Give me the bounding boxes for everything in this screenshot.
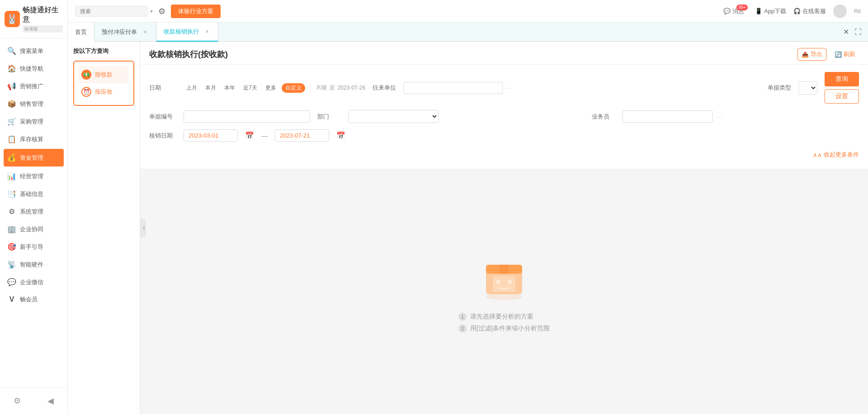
staff-ellipsis[interactable]: ··· — [717, 113, 722, 120]
sidebar-label-basic: 基础信息 — [20, 190, 43, 198]
service-icon: 🎧 — [793, 8, 801, 14]
panel-toggle-button[interactable]: 《 — [140, 219, 146, 237]
last-month-btn[interactable]: 上月 — [184, 83, 200, 93]
this-year-btn[interactable]: 本年 — [222, 83, 238, 93]
filter-area: 日期 上月 本月 本年 近7天 更多 自定义 不限 至 2023-07-26 — [140, 65, 868, 169]
sidebar-label-inventory: 库存核算 — [20, 135, 43, 143]
home-tab-label: 首页 — [75, 28, 87, 36]
write-off-date-label: 核销日期 — [149, 132, 176, 140]
sidebar-label-member: 畅会员 — [20, 295, 38, 304]
query-button[interactable]: 查询 — [825, 72, 859, 86]
sidebar-item-finance[interactable]: 💰 资金管理 — [4, 149, 64, 167]
prepay-tab-label: 预付冲应付单 — [102, 28, 137, 36]
sidebar-item-hardware[interactable]: 📡 智能硬件 — [0, 256, 67, 273]
sidebar-item-quicknav[interactable]: 🏠 快捷导航 — [0, 60, 67, 77]
prepay-tab-close[interactable]: × — [142, 29, 149, 36]
sidebar-item-member[interactable]: V 畅会员 — [0, 291, 67, 308]
search-input[interactable] — [75, 6, 147, 17]
online-service-label: 在线客服 — [802, 7, 826, 15]
tab-prepay[interactable]: 预付冲应付单 × — [94, 23, 156, 42]
online-service-button[interactable]: 🎧 在线客服 — [793, 7, 826, 15]
staff-input[interactable] — [623, 110, 713, 123]
empty-hints: 1 请先选择要分析的方案 2 用[过滤]条件来缩小分析范围 — [458, 313, 550, 333]
write-off-start-input[interactable] — [184, 129, 238, 142]
sidebar-label-purchase: 采购管理 — [20, 118, 43, 126]
start-calendar-icon[interactable]: 📅 — [245, 131, 254, 140]
sidebar-item-purchase[interactable]: 🛒 采购管理 — [0, 113, 67, 130]
hint-text-2: 用[过滤]条件来缩小分析范围 — [470, 324, 550, 333]
query-item-by-receipt[interactable]: 💵 按收款 — [79, 66, 129, 83]
export-label: 导出 — [811, 50, 822, 58]
sidebar: 🐰 畅捷通好生意 标准版 🔍 搜索菜单 🏠 快捷导航 📢 营销推广 📦 销售管理… — [0, 0, 68, 414]
partner-ellipsis[interactable]: ··· — [506, 84, 512, 91]
sidebar-item-marketing[interactable]: 📢 营销推广 — [0, 77, 67, 95]
tab-receipt[interactable]: 收款核销执行 × — [156, 23, 218, 42]
refresh-icon: 🔄 — [835, 51, 842, 58]
doc-type-select[interactable] — [798, 81, 817, 95]
user-avatar[interactable] — [833, 5, 847, 18]
sidebar-label-hardware: 智能硬件 — [20, 261, 43, 269]
basic-icon: 📑 — [7, 190, 16, 198]
sidebar-label-guide: 新手引导 — [20, 243, 43, 251]
hint-num-2: 2 — [458, 324, 467, 333]
doc-type-label: 单据类型 — [768, 84, 795, 92]
main-content: 收款核销执行(按收款) 📤 导出 🔄 刷新 日期 — [140, 42, 868, 414]
query-action-buttons: 查询 设置 — [825, 72, 859, 104]
end-calendar-icon[interactable]: 📅 — [336, 131, 345, 140]
query-item-by-receivable[interactable]: ⏰ 按应收 — [79, 83, 129, 100]
last-7-days-btn[interactable]: 近7天 — [241, 83, 260, 93]
empty-hint-2: 2 用[过滤]条件来缩小分析范围 — [458, 324, 550, 333]
message-button[interactable]: 💬 消息 99+ — [723, 7, 744, 15]
sidebar-item-sales[interactable]: 📦 销售管理 — [0, 95, 67, 113]
maximize-tab-button[interactable]: ⛶ — [853, 26, 863, 38]
more-date-btn[interactable]: 更多 — [263, 83, 279, 93]
partner-label: 往来单位 — [373, 84, 400, 92]
sidebar-item-basic[interactable]: 📑 基础信息 — [0, 185, 67, 203]
page-actions: 📤 导出 🔄 刷新 — [797, 48, 859, 61]
dept-select[interactable] — [348, 110, 439, 123]
receivable-query-icon: ⏰ — [81, 87, 91, 97]
close-tab-button[interactable]: ✕ — [841, 26, 851, 38]
content-area: 按以下方查询 💵 按收款 ⏰ 按应收 《 收款核销执行(按收款) — [68, 42, 868, 414]
industry-solution-button[interactable]: 体验行业方案 — [171, 5, 221, 18]
tab-home[interactable]: 首页 — [68, 23, 94, 42]
this-month-btn[interactable]: 本月 — [203, 83, 219, 93]
svg-rect-6 — [500, 265, 509, 274]
custom-date-btn[interactable]: 自定义 — [282, 83, 305, 93]
partner-input[interactable] — [403, 82, 503, 94]
sidebar-label-marketing: 营销推广 — [20, 82, 43, 90]
query-box: 💵 按收款 ⏰ 按应收 — [73, 61, 134, 106]
sidebar-label-quicknav: 快捷导航 — [20, 65, 43, 73]
gear-button[interactable]: ⚙ — [158, 6, 165, 16]
sidebar-item-operation[interactable]: 📊 经营管理 — [0, 167, 67, 185]
write-off-end-input[interactable] — [275, 129, 329, 142]
sidebar-item-system[interactable]: ⚙ 系统管理 — [0, 203, 67, 220]
logo-area: 🐰 畅捷通好生意 标准版 — [0, 0, 67, 38]
settings-button[interactable]: 设置 — [825, 89, 859, 104]
main-area: ▾ ⚙ 体验行业方案 💬 消息 99+ 📱 App下载 🎧 在线客服 Rit — [68, 0, 868, 414]
app-download-button[interactable]: 📱 App下载 — [755, 7, 786, 15]
sidebar-nav: 🔍 搜索菜单 🏠 快捷导航 📢 营销推广 📦 销售管理 🛒 采购管理 📋 库存核… — [0, 38, 67, 387]
dropdown-icon[interactable]: ▾ — [150, 8, 153, 14]
left-panel-title: 按以下方查询 — [73, 47, 134, 55]
export-button[interactable]: 📤 导出 — [797, 48, 826, 61]
dept-field: 部门 — [317, 110, 585, 123]
refresh-label: 刷新 — [844, 50, 855, 58]
doc-no-input[interactable] — [184, 110, 310, 123]
collapse-more-btn[interactable]: ∧∧ 收起更多条件 — [149, 148, 859, 162]
receipt-tab-close[interactable]: × — [203, 28, 211, 35]
sidebar-item-enterprise[interactable]: 🏢 企业协同 — [0, 220, 67, 238]
user-name: Rit — [854, 8, 861, 14]
sidebar-item-search[interactable]: 🔍 搜索菜单 — [0, 42, 67, 60]
staff-label: 业务员 — [592, 113, 619, 121]
quicknav-icon: 🏠 — [7, 64, 16, 73]
sidebar-item-wechat[interactable]: 💬 企业微信 — [0, 273, 67, 291]
settings-bottom-icon[interactable]: ⚙ — [11, 393, 24, 409]
empty-hint-1: 1 请先选择要分析的方案 — [458, 313, 550, 321]
refresh-button[interactable]: 🔄 刷新 — [831, 48, 859, 60]
sidebar-item-inventory[interactable]: 📋 库存核算 — [0, 130, 67, 148]
receivable-query-label: 按应收 — [95, 88, 113, 96]
sidebar-item-guide[interactable]: 🎯 新手引导 — [0, 238, 67, 256]
filter-row-3: 核销日期 📅 — 📅 — [149, 129, 859, 142]
collapse-sidebar-icon[interactable]: ◀ — [45, 393, 57, 409]
